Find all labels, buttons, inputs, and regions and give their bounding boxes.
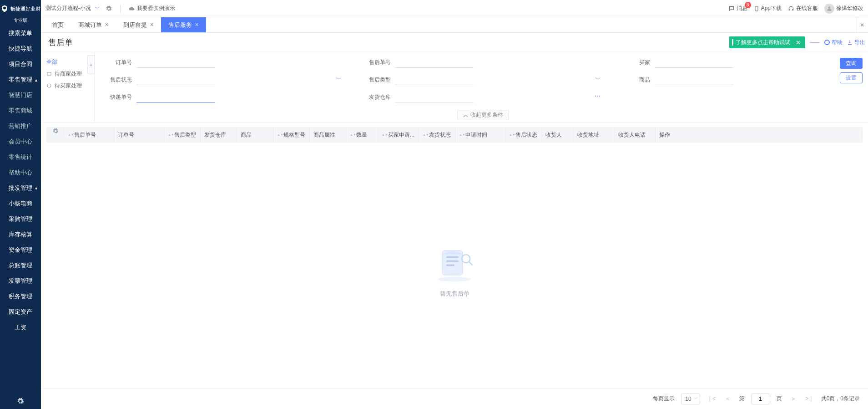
col-apply-time[interactable]: ▲▼申请时间	[455, 128, 505, 142]
nav-invoice[interactable]: 发票管理	[0, 273, 41, 289]
col-aftersale-no[interactable]: ▲▼售后单号	[64, 128, 114, 142]
col-address[interactable]: 收货地址	[574, 128, 615, 142]
nav-purchase[interactable]: 采购管理	[0, 211, 41, 227]
demo-label: 我要看实例演示	[137, 5, 175, 12]
order-no-input[interactable]	[136, 57, 215, 68]
nav-inventory[interactable]: 库存核算	[0, 227, 41, 242]
col-qty[interactable]: ▲▼数量	[346, 128, 378, 142]
aftersale-status-select[interactable]	[136, 74, 215, 85]
field-aftersale-status: 售后状态 ﹀	[106, 74, 343, 85]
svg-rect-0	[755, 6, 758, 11]
col-spec[interactable]: ▲▼规格型号	[273, 128, 310, 142]
messages-button[interactable]: 消息 8	[728, 5, 747, 12]
help-link[interactable]: 帮助	[824, 39, 843, 46]
field-aftersale-no: 售后单号	[364, 57, 601, 68]
col-type[interactable]: ▲▼售后类型	[164, 128, 201, 142]
results-table: ▲▼售后单号 订单号 ▲▼售后类型 发货仓库 商品 ▲▼规格型号 商品属性 ▲▼…	[46, 127, 863, 143]
nav-retail[interactable]: 零售管理▴	[0, 72, 41, 87]
nav-retail-member[interactable]: 会员中心	[0, 134, 41, 149]
workspace-settings-icon[interactable]	[106, 5, 112, 12]
col-phone[interactable]: 收货人电话	[615, 128, 656, 142]
nav-quick[interactable]: 快捷导航	[0, 41, 41, 56]
chevron-down-icon[interactable]: ﹀	[595, 75, 601, 83]
collapse-filters-button[interactable]: ︽ 收起更多条件	[457, 110, 509, 120]
col-receiver[interactable]: 收货人	[542, 128, 574, 142]
col-warehouse[interactable]: 发货仓库	[201, 128, 237, 142]
close-icon[interactable]: ✕	[796, 39, 801, 46]
nav-wholesale[interactable]: 批发管理▾	[0, 180, 41, 196]
column-settings-button[interactable]	[47, 128, 64, 135]
brand: 畅捷通好业财	[0, 0, 41, 17]
help-banner[interactable]: 了解更多点击帮助试试 ✕	[729, 36, 805, 48]
sidebar: 畅捷通好业财 专业版 搜索菜单 快捷导航 项目合同 零售管理▴ 智慧门店 零售商…	[0, 0, 41, 409]
aftersale-no-input[interactable]	[395, 57, 474, 68]
prev-page-button[interactable]: <	[723, 394, 733, 404]
nav-retail-stats[interactable]: 零售统计	[0, 149, 41, 165]
export-link[interactable]: 导出	[847, 39, 865, 46]
per-page-select[interactable]: 10	[681, 394, 700, 404]
close-icon[interactable]: ✕	[105, 22, 109, 28]
workspace-selector[interactable]: 测试分开流程-小况 ﹀	[45, 5, 100, 12]
per-page-label: 每页显示	[653, 395, 675, 403]
nav-ecom[interactable]: 小畅电商	[0, 196, 41, 211]
nav-salary[interactable]: 工资	[0, 320, 41, 335]
page-input[interactable]	[751, 394, 770, 404]
nav-asset[interactable]: 固定资产	[0, 304, 41, 320]
online-service-button[interactable]: 在线客服	[788, 5, 818, 12]
more-icon[interactable]: ⋯	[595, 92, 601, 99]
settings-gear-icon[interactable]	[17, 398, 24, 405]
nav-search[interactable]: 搜索菜单	[0, 26, 41, 41]
settings-button[interactable]: 设置	[840, 72, 863, 83]
goods-input[interactable]	[655, 74, 733, 85]
collapse-side-button[interactable]: «	[87, 55, 95, 74]
nav-ledger[interactable]: 总账管理	[0, 258, 41, 273]
last-page-button[interactable]: >｜	[805, 394, 815, 404]
first-page-button[interactable]: ｜<	[707, 394, 717, 404]
aftersale-type-select[interactable]	[395, 74, 474, 85]
demo-link[interactable]: 我要看实例演示	[129, 5, 175, 12]
next-page-button[interactable]: >	[788, 394, 798, 404]
chevron-down-icon[interactable]: ﹀	[336, 75, 342, 83]
close-icon[interactable]: ✕	[195, 22, 199, 28]
sort-icon: ▲▼	[382, 134, 385, 136]
col-action[interactable]: 操作	[656, 128, 862, 142]
nav-retail-help[interactable]: 帮助中心	[0, 165, 41, 180]
buyer-icon	[46, 83, 52, 88]
sidebar-footer	[0, 394, 41, 409]
app-download-button[interactable]: App下载	[754, 5, 782, 12]
col-order-no[interactable]: 订单号	[114, 128, 164, 142]
tabs-close-all[interactable]: ✕	[856, 17, 867, 32]
nav-retail-promo[interactable]: 营销推广	[0, 118, 41, 134]
sort-icon: ▲▼	[423, 134, 426, 136]
field-express-no: 快递单号	[106, 92, 343, 102]
nav-funds[interactable]: 资金管理	[0, 242, 41, 258]
close-icon[interactable]: ✕	[150, 22, 154, 28]
svg-point-4	[438, 276, 471, 281]
user-name: 徐泽华修改	[836, 5, 863, 12]
tab-home[interactable]: 首页	[45, 17, 71, 32]
tab-aftersale[interactable]: 售后服务✕	[161, 17, 206, 32]
col-attr[interactable]: 商品属性	[310, 128, 346, 142]
topbar: 测试分开流程-小况 ﹀ 我要看实例演示 消息 8	[41, 0, 868, 17]
col-goods[interactable]: 商品	[237, 128, 273, 142]
nav-tax[interactable]: 税务管理	[0, 289, 41, 304]
user-menu[interactable]: 徐泽华修改	[824, 4, 863, 14]
filter-tab-all[interactable]: 全部	[41, 56, 94, 68]
col-buyer-req[interactable]: ▲▼买家申请...	[378, 128, 419, 142]
warehouse-input[interactable]	[395, 92, 474, 102]
express-no-input[interactable]	[136, 92, 215, 102]
nav-project[interactable]: 项目合同	[0, 56, 41, 72]
col-status[interactable]: ▲▼售后状态	[505, 128, 542, 142]
sort-icon: ▲▼	[509, 134, 513, 136]
filter-tab-seller[interactable]: 待商家处理	[41, 68, 94, 80]
nav-retail-mall[interactable]: 零售商城	[0, 103, 41, 118]
buyer-input[interactable]	[655, 57, 733, 68]
tab-mall-orders[interactable]: 商城订单✕	[71, 17, 116, 32]
nav-retail-store[interactable]: 智慧门店	[0, 87, 41, 103]
tab-pickup[interactable]: 到店自提✕	[116, 17, 161, 32]
query-button[interactable]: 查询	[840, 58, 863, 69]
filter-tab-buyer[interactable]: 待买家处理	[41, 80, 94, 92]
sort-icon: ▲▼	[168, 134, 172, 136]
field-aftersale-type: 售后类型 ﹀	[364, 74, 601, 85]
col-ship-status[interactable]: ▲▼发货状态	[419, 128, 455, 142]
